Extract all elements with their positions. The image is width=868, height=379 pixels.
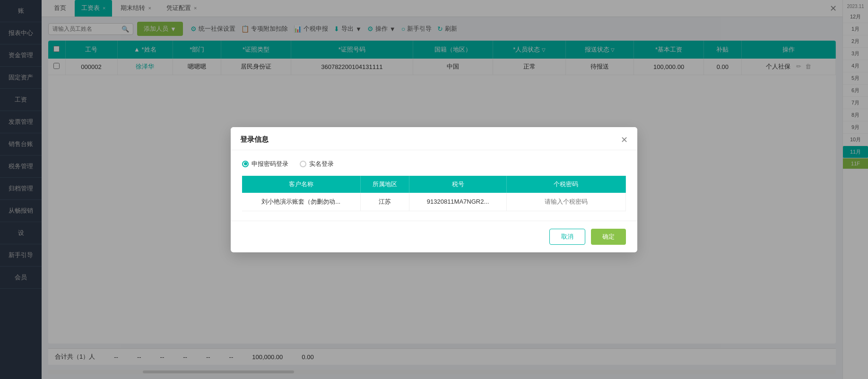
radio-real-name[interactable]: 实名登录 <box>300 160 334 168</box>
radio-declare-password[interactable]: 申报密码登录 <box>242 160 288 168</box>
radio-row: 申报密码登录 实名登录 <box>242 160 626 168</box>
modal-header: 登录信息 ✕ <box>231 127 637 150</box>
modal-close-button[interactable]: ✕ <box>621 135 628 145</box>
modal-cell-client-name: 刘小艳演示账套（勿删勿动... <box>242 193 360 211</box>
modal-table-row: 刘小艳演示账套（勿删勿动... 江苏 91320811MA7NGR2... <box>242 193 626 211</box>
modal-cell-tax-no: 91320811MA7NGR2... <box>409 193 507 211</box>
modal-title: 登录信息 <box>240 135 269 144</box>
modal-col-tax-pwd: 个税密码 <box>506 176 625 193</box>
confirm-button[interactable]: 确定 <box>591 229 626 245</box>
modal-overlay: 登录信息 ✕ 申报密码登录 实名登录 客户名称 所属地区 <box>0 0 868 379</box>
modal-col-region: 所属地区 <box>360 176 409 193</box>
modal-footer: 取消 确定 <box>231 221 637 252</box>
tax-password-input[interactable] <box>513 198 619 205</box>
cancel-button[interactable]: 取消 <box>549 229 585 245</box>
login-info-modal: 登录信息 ✕ 申报密码登录 实名登录 客户名称 所属地区 <box>231 127 637 252</box>
modal-client-table: 客户名称 所属地区 税号 个税密码 刘小艳演示账套（勿删勿动... 江苏 913… <box>242 176 626 211</box>
modal-cell-region: 江苏 <box>360 193 409 211</box>
modal-cell-tax-pwd[interactable] <box>506 193 625 211</box>
radio-realname-dot <box>300 161 306 167</box>
radio-declare-dot <box>242 161 249 167</box>
modal-col-tax-no: 税号 <box>409 176 507 193</box>
modal-body: 申报密码登录 实名登录 客户名称 所属地区 税号 个税密码 <box>231 150 637 221</box>
modal-col-client-name: 客户名称 <box>242 176 360 193</box>
